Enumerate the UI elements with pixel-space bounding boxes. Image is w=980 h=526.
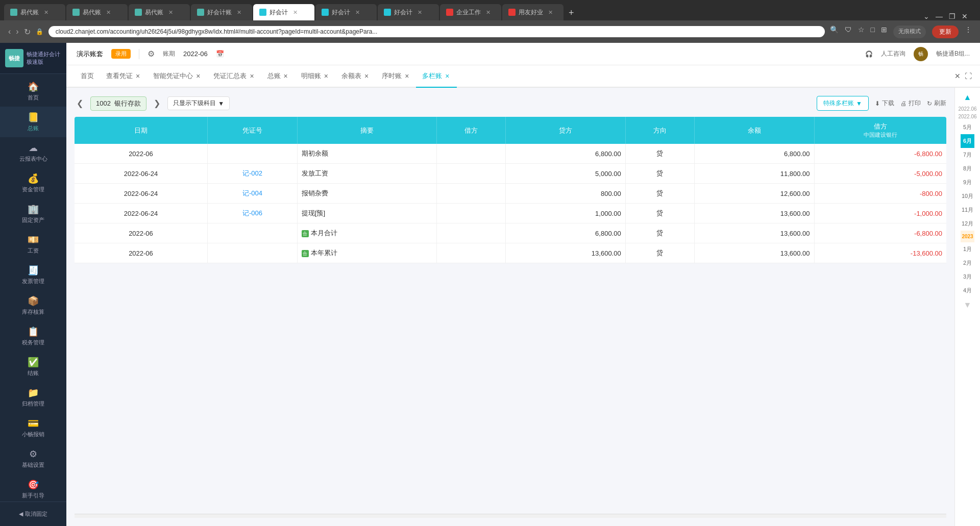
- browser-tab-1[interactable]: 易代账 ✕: [4, 4, 65, 20]
- tab-detail-ledger-close[interactable]: ×: [323, 71, 329, 81]
- tab-journal-close[interactable]: ×: [404, 71, 410, 81]
- cancel-pin-button[interactable]: ◀ 取消固定: [2, 507, 64, 521]
- timeline-month-item[interactable]: 11月: [961, 203, 974, 217]
- tab-balance[interactable]: 余额表 ×: [335, 65, 376, 88]
- timeline-month-item[interactable]: 5月: [961, 120, 974, 134]
- tab-multi-column[interactable]: 多栏账 ×: [416, 65, 456, 88]
- tab-close-8[interactable]: ✕: [486, 9, 491, 16]
- tab-journal[interactable]: 序时账 ×: [376, 65, 416, 88]
- tab-detail-ledger[interactable]: 明细账 ×: [295, 65, 335, 88]
- timeline-month-item[interactable]: 1月: [961, 242, 974, 256]
- tab-voucher-summary-close[interactable]: ×: [249, 71, 255, 81]
- update-button[interactable]: 更新: [932, 26, 959, 38]
- special-multi-column-button[interactable]: 特殊多栏账 ▼: [817, 96, 869, 111]
- tab-view-voucher-close[interactable]: ×: [135, 71, 141, 81]
- sidebar-item-close[interactable]: ✅ 结账: [0, 352, 66, 382]
- period-value[interactable]: 2022-06: [183, 50, 208, 58]
- search-icon[interactable]: 🔍: [830, 26, 839, 38]
- timeline-month-item[interactable]: 6月: [961, 134, 974, 148]
- demo-badge[interactable]: 录用: [111, 49, 131, 59]
- tab-close-2[interactable]: ✕: [106, 9, 111, 16]
- browser-tab-6[interactable]: 好会计 ✕: [315, 4, 377, 20]
- sidebar-item-salary[interactable]: 💴 工资: [0, 229, 66, 260]
- tab-smart-voucher-close[interactable]: ×: [195, 71, 201, 81]
- sidebar-item-archive[interactable]: 📁 归档管理: [0, 382, 66, 413]
- next-account-button[interactable]: ❯: [152, 96, 162, 110]
- close-icon[interactable]: ✕: [962, 12, 968, 20]
- sidebar-item-inventory[interactable]: 📦 库存核算: [0, 290, 66, 321]
- back-button[interactable]: ‹: [8, 27, 11, 36]
- sidebar-item-invoice[interactable]: 🧾 发票管理: [0, 260, 66, 290]
- sidebar-item-home[interactable]: 🏠 首页: [0, 76, 66, 107]
- browser-tab-2[interactable]: 易代账 ✕: [66, 4, 128, 20]
- close-panel-icon[interactable]: ✕: [954, 72, 961, 80]
- refresh-button[interactable]: ↻ 刷新: [927, 99, 946, 108]
- browser-tab-4[interactable]: 好会计账 ✕: [191, 4, 252, 20]
- browser-tab-7[interactable]: 好会计 ✕: [378, 4, 439, 20]
- consult-label[interactable]: 人工咨询: [881, 49, 905, 58]
- menu-icon[interactable]: ⋮: [965, 26, 972, 38]
- minimize-icon[interactable]: —: [936, 12, 943, 20]
- tab-list-icon[interactable]: ⌄: [923, 12, 929, 20]
- td-voucher[interactable]: 记-006: [207, 204, 297, 223]
- tab-voucher-summary[interactable]: 凭证汇总表 ×: [207, 65, 261, 88]
- td-voucher[interactable]: 记-004: [207, 184, 297, 204]
- forward-button[interactable]: ›: [16, 27, 18, 36]
- timeline-month-item[interactable]: 4月: [961, 284, 974, 297]
- shield-icon[interactable]: 🛡: [845, 26, 852, 38]
- sidebar-item-funds[interactable]: 💰 资金管理: [0, 168, 66, 198]
- expand-panel-icon[interactable]: ⛶: [965, 72, 972, 80]
- tab-close-4[interactable]: ✕: [237, 9, 241, 16]
- tab-general-ledger-close[interactable]: ×: [283, 71, 289, 81]
- timeline-month-item[interactable]: 10月: [961, 189, 974, 203]
- refresh-button[interactable]: ↻: [24, 27, 31, 37]
- timeline-month-item[interactable]: 9月: [961, 176, 974, 189]
- restore-icon[interactable]: ❐: [949, 12, 955, 20]
- prev-account-button[interactable]: ❮: [75, 96, 85, 110]
- tab-close-5[interactable]: ✕: [293, 9, 298, 16]
- tab-multi-column-close[interactable]: ×: [444, 71, 450, 81]
- sidebar-item-expense[interactable]: 💳 小畅报销: [0, 413, 66, 443]
- sidebar-item-assets[interactable]: 🏢 固定资产: [0, 198, 66, 229]
- tab-close-9[interactable]: ✕: [548, 9, 553, 16]
- td-voucher[interactable]: 记-002: [207, 164, 297, 184]
- timeline-down-button[interactable]: ▼: [961, 297, 975, 313]
- browser-tab-9[interactable]: 用友好业 ✕: [502, 4, 564, 20]
- tab-smart-voucher[interactable]: 智能凭证中心 ×: [147, 65, 207, 88]
- print-button[interactable]: 🖨 打印: [900, 99, 921, 108]
- new-tab-button[interactable]: +: [565, 6, 578, 20]
- star-icon[interactable]: ☆: [858, 26, 865, 38]
- tab-balance-close[interactable]: ×: [363, 71, 370, 81]
- tab-close-6[interactable]: ✕: [355, 9, 360, 16]
- sidebar-item-tax[interactable]: 📋 税务管理: [0, 321, 66, 352]
- filter-dropdown[interactable]: 只显示下级科目 ▼: [167, 96, 230, 110]
- timeline-month-item[interactable]: 2023: [961, 231, 974, 242]
- browser-tab-3[interactable]: 易代账 ✕: [129, 4, 190, 20]
- sidebar-item-settings[interactable]: ⚙ 基础设置: [0, 443, 66, 474]
- extensions-icon[interactable]: ⊞: [881, 26, 887, 38]
- tab-close-3[interactable]: ✕: [168, 9, 173, 16]
- timeline-up-button[interactable]: ▲: [961, 90, 975, 105]
- user-label[interactable]: 畅捷通B组...: [936, 49, 970, 58]
- horizontal-scrollbar[interactable]: [75, 514, 946, 518]
- settings-gear-icon[interactable]: ⚙: [148, 49, 155, 59]
- download-button[interactable]: ⬇ 下载: [875, 99, 894, 108]
- tab-general-ledger[interactable]: 总账 ×: [261, 65, 295, 88]
- timeline-month-item[interactable]: 7月: [961, 148, 974, 162]
- browser-tab-5[interactable]: 好会计 ✕: [253, 4, 314, 20]
- timeline-month-item[interactable]: 8月: [961, 162, 974, 176]
- home-button[interactable]: 🔒: [36, 28, 43, 35]
- tab-view-voucher[interactable]: 查看凭证 ×: [100, 65, 147, 88]
- timeline-month-item[interactable]: 12月: [961, 217, 974, 231]
- tab-home[interactable]: 首页: [75, 65, 100, 88]
- browser-tab-8[interactable]: 企业工作 ✕: [440, 4, 501, 20]
- sidebar-item-reports[interactable]: ☁ 云报表中心: [0, 137, 66, 168]
- timeline-month-item[interactable]: 3月: [961, 270, 974, 284]
- sidebar-item-guide[interactable]: 🎯 新手引导: [0, 474, 66, 502]
- sidebar-item-ledger[interactable]: 📒 总账: [0, 107, 66, 137]
- calendar-icon[interactable]: 📅: [216, 50, 224, 58]
- tab-close-1[interactable]: ✕: [44, 9, 48, 16]
- address-input[interactable]: [48, 26, 825, 37]
- tab-close-7[interactable]: ✕: [418, 9, 422, 16]
- no-trace-button[interactable]: 无痕模式: [893, 26, 926, 38]
